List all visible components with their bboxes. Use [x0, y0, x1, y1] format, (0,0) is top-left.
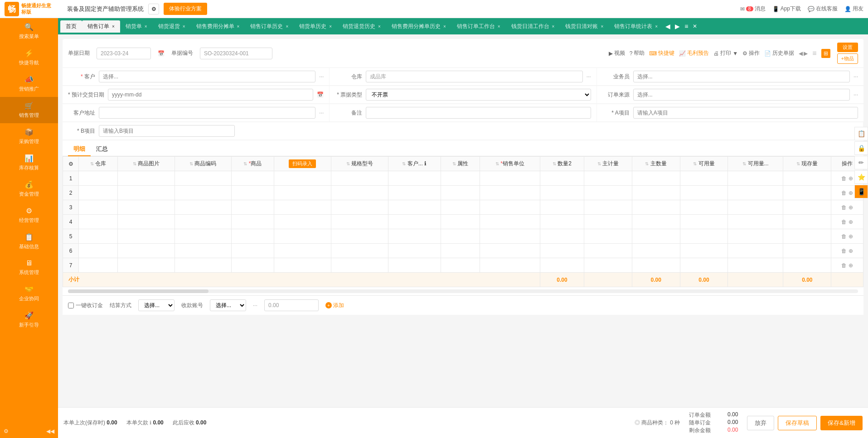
- row-customer-code-4[interactable]: [388, 215, 441, 229]
- project-b-input[interactable]: [99, 125, 235, 137]
- row-available2-2[interactable]: [728, 186, 783, 200]
- row-main-unit-6[interactable]: [584, 244, 632, 258]
- delivery-calendar-icon[interactable]: 📅: [317, 91, 324, 98]
- tab-order-history[interactable]: 销售订单历史 ×: [245, 20, 294, 33]
- tab-expense-history[interactable]: 销售费用分摊单历史 ×: [386, 20, 451, 33]
- payment-method-select[interactable]: 选择...: [138, 299, 175, 311]
- settings-gear-icon[interactable]: ⚙: [148, 4, 159, 14]
- row-warehouse-7[interactable]: [79, 258, 118, 273]
- tab-close-order-hist[interactable]: ×: [286, 24, 288, 29]
- tab-expense-split[interactable]: 销售费用分摊单 ×: [191, 20, 245, 33]
- form-layout-btn[interactable]: ⊞: [821, 49, 830, 58]
- row-available2-7[interactable]: [728, 258, 783, 273]
- row-available-5[interactable]: [680, 229, 728, 244]
- row-main-unit-2[interactable]: [584, 186, 632, 200]
- row-customer-code-2[interactable]: [388, 186, 441, 200]
- col-main-qty-header[interactable]: ⇅ 主数量: [632, 157, 680, 171]
- tab-sales-order[interactable]: 销售订单 ×: [82, 20, 120, 33]
- right-tool-edit[interactable]: ✏: [854, 156, 868, 169]
- row-product-image-4[interactable]: [118, 215, 175, 229]
- tab-close-exp-hist[interactable]: ×: [443, 24, 446, 29]
- row-main-qty-4[interactable]: [632, 215, 680, 229]
- doc-number-input[interactable]: [200, 48, 272, 59]
- row-customer-code-1[interactable]: [388, 171, 441, 186]
- row-qty2-7[interactable]: [540, 258, 584, 273]
- row-product-code-1[interactable]: [175, 171, 231, 186]
- row-stock-2[interactable]: [783, 186, 831, 200]
- sidebar-item-inventory[interactable]: 📊 库存核算: [0, 149, 58, 176]
- col-settings-header[interactable]: ⚙: [63, 157, 79, 171]
- tab-invoice[interactable]: 销货单 ×: [120, 20, 153, 33]
- tab-close-workbench[interactable]: ×: [498, 24, 500, 29]
- tab-home[interactable]: 首页: [60, 20, 82, 33]
- row-delete-icon-7[interactable]: 🗑: [841, 262, 847, 269]
- row-stock-4[interactable]: [783, 215, 831, 229]
- row-main-qty-1[interactable]: [632, 171, 680, 186]
- row-warehouse-2[interactable]: [79, 186, 118, 200]
- row-product-image-7[interactable]: [118, 258, 175, 273]
- user-avatar[interactable]: 👤 用友: [844, 5, 863, 13]
- row-attribute-3[interactable]: [441, 200, 480, 215]
- tab-summary[interactable]: 汇总: [91, 143, 113, 156]
- row-stock-3[interactable]: [783, 200, 831, 215]
- tab-return-history[interactable]: 销货退货历史 ×: [337, 20, 386, 33]
- row-main-unit-1[interactable]: [584, 171, 632, 186]
- sidebar-item-system[interactable]: 🖥 系统管理: [0, 255, 58, 280]
- row-main-unit-3[interactable]: [584, 200, 632, 215]
- staff-input[interactable]: [633, 71, 850, 82]
- row-main-unit-7[interactable]: [584, 258, 632, 273]
- row-spec-1[interactable]: [331, 171, 388, 186]
- row-qty2-5[interactable]: [540, 229, 584, 244]
- col-product-image-header[interactable]: ⇅ 商品图片: [118, 157, 175, 171]
- tab-return[interactable]: 销货退货 ×: [153, 20, 191, 33]
- sidebar-item-search[interactable]: 🔍 搜索菜单: [0, 18, 58, 44]
- row-product-image-6[interactable]: [118, 244, 175, 258]
- row-stock-6[interactable]: [783, 244, 831, 258]
- row-stock-5[interactable]: [783, 229, 831, 244]
- row-qty2-1[interactable]: [540, 171, 584, 186]
- add-goods-button[interactable]: +物品: [837, 53, 858, 64]
- row-product-code-2[interactable]: [175, 186, 231, 200]
- row-spec-6[interactable]: [331, 244, 388, 258]
- scan-btn[interactable]: 扫码录入: [289, 159, 316, 168]
- save-draft-button[interactable]: 保存草稿: [778, 416, 817, 430]
- payment-amount-input[interactable]: [264, 299, 319, 311]
- tab-detail[interactable]: 明细: [68, 143, 91, 156]
- row-spec-7[interactable]: [331, 258, 388, 273]
- row-product-7[interactable]: [231, 258, 274, 273]
- col-available-header[interactable]: ⇅ 可用量: [680, 157, 728, 171]
- row-available2-1[interactable]: [728, 171, 783, 186]
- row-main-unit-5[interactable]: [584, 229, 632, 244]
- col-sales-unit-header[interactable]: ⇅ *销售单位: [480, 157, 540, 171]
- row-attribute-5[interactable]: [441, 229, 480, 244]
- row-available2-6[interactable]: [728, 244, 783, 258]
- row-available2-5[interactable]: [728, 229, 783, 244]
- tab-close-cash-wb[interactable]: ×: [552, 24, 555, 29]
- video-help-button[interactable]: ▶ 视频: [609, 49, 625, 57]
- profit-preview-button[interactable]: 📈 毛利预告: [679, 49, 709, 57]
- row-attribute-2[interactable]: [441, 186, 480, 200]
- project-a-input[interactable]: [633, 107, 858, 119]
- print-button[interactable]: 🖨 打印 ▼: [713, 49, 738, 57]
- row-main-qty-2[interactable]: [632, 186, 680, 200]
- tab-nav-next[interactable]: ▶: [673, 22, 682, 31]
- tab-nav-close-all[interactable]: ✕: [690, 22, 699, 30]
- row-product-code-5[interactable]: [175, 229, 231, 244]
- right-tool-mobile[interactable]: 📱: [854, 185, 868, 198]
- save-new-button[interactable]: 保存&新增: [820, 416, 863, 430]
- tab-cash-workbench[interactable]: 钱货日清工作台 ×: [506, 20, 560, 33]
- row-customer-code-3[interactable]: [388, 200, 441, 215]
- row-product-3[interactable]: [231, 200, 274, 215]
- tab-cash-reconcile[interactable]: 钱货日清对账 ×: [560, 20, 609, 33]
- row-product-code-7[interactable]: [175, 258, 231, 273]
- tab-order-workbench[interactable]: 销售订单工作台 ×: [451, 20, 506, 33]
- row-delete-icon-6[interactable]: 🗑: [841, 248, 847, 254]
- shortcut-button[interactable]: ⌨ 快捷键: [649, 49, 674, 57]
- warehouse-more-icon[interactable]: ···: [587, 73, 591, 80]
- industry-solution-button[interactable]: 体验行业方案: [164, 3, 207, 15]
- row-main-qty-3[interactable]: [632, 200, 680, 215]
- row-attribute-6[interactable]: [441, 244, 480, 258]
- operations-button[interactable]: ⚙ 操作: [742, 49, 760, 57]
- tab-close-invoice[interactable]: ×: [145, 24, 147, 29]
- discard-button[interactable]: 放弃: [747, 416, 774, 430]
